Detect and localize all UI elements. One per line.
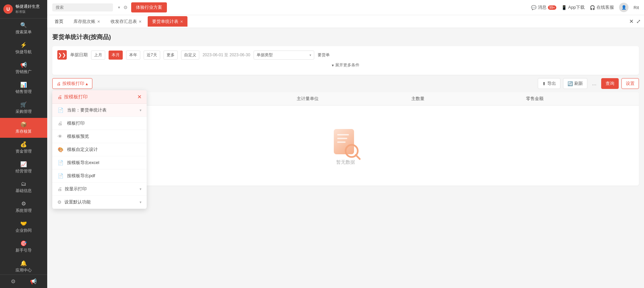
search-icon: 🔍 [20,22,27,28]
dropdown-template-print[interactable]: 🖨 模板打印 [52,117,147,130]
tab-receipt-summary[interactable]: 收发存汇总表 ✕ [106,16,146,27]
more-options-icon[interactable]: ... [590,79,598,88]
tab-order-stats-close-icon[interactable]: ✕ [180,20,183,24]
tab-home[interactable]: 首页 [51,17,67,27]
topbar: ▾ ⚙ 体验行业方案 💬 消息 99+ 📱 App下载 🎧 在线客服 👤 Rit [47,0,644,15]
sidebar-item-search[interactable]: 🔍 搜索菜单 [0,19,47,38]
refresh-button[interactable]: 🔄 刷新 [563,78,587,89]
date-btn-prev-month[interactable]: 上月 [91,51,105,60]
refresh-icon: 🔄 [567,81,573,86]
topbar-gear-icon[interactable]: ⚙ [123,5,128,10]
tabbar-right: ✕ ⤢ [629,18,641,25]
sidebar-item-label: 经营管理 [16,168,32,174]
sidebar-item-appstore[interactable]: 🔔 应用中心 [0,257,47,275]
tab-receipt-summary-close-icon[interactable]: ✕ [139,20,142,24]
template-print-label: 模板打印 [67,120,85,126]
tab-close-all-button[interactable]: ✕ [629,18,634,25]
app-version: 标准版 [16,9,40,14]
dropdown-template-excel[interactable]: 📄 按模板导出excel [52,156,147,169]
filter-expand-button[interactable]: ❯❯ [57,50,67,60]
sidebar-item-basic[interactable]: 🗂 基础信息 [0,178,47,197]
tab-expand-button[interactable]: ⤢ [636,18,641,25]
dropdown-template-design[interactable]: 🎨 模板自定义设计 [52,143,147,156]
dropdown-template-pdf[interactable]: 📄 按模板导出pdf [52,169,147,183]
default-func-left: ⚙ 设置默认功能 [57,199,91,205]
print-dropdown-menu: 🖨 按模板打印 ✕ 📄 当前：要货单统计表 ▾ 🖨 模板打印 [52,90,147,209]
print-icon: 🖨 [57,81,61,86]
tab-order-stats[interactable]: 要货单统计表 ✕ [148,16,187,27]
dropdown-current-item[interactable]: 📄 当前：要货单统计表 ▾ [52,104,147,117]
dropdown-close-icon[interactable]: ✕ [137,94,142,100]
expand-more-button[interactable]: ▾ 展开更多条件 [57,60,634,71]
trial-button[interactable]: 体验行业方案 [131,2,167,12]
dropdown-current-label: 当前：要货单统计表 [67,107,107,113]
handshake-icon: 🤝 [20,220,27,227]
tab-inventory-batch-close-icon[interactable]: ✕ [97,20,100,24]
search-input[interactable] [52,3,113,11]
sidebar-item-operation[interactable]: 📈 经营管理 [0,158,47,178]
type-filter-select[interactable]: 单据类型 ▾ [254,51,314,60]
query-button[interactable]: 查询 [601,78,619,89]
date-btn-current-year[interactable]: 本年 [126,51,140,60]
sidebar-item-label: 库存核算 [16,129,32,134]
dropdown-title: 🖨 按模板打印 [57,94,88,100]
logo-icon: U [3,4,13,14]
filter-row: ❯❯ 单据日期 上月 本月 本年 近7天 更多 自定义 2023-06-01 至… [57,50,634,60]
export-button[interactable]: ⬆ 导出 [538,78,560,89]
template-pdf-icon: 📄 [58,173,64,179]
sidebar-item-quick-nav[interactable]: ⚡ 快捷导航 [0,38,47,58]
display-print-icon: 🖨 [57,186,62,192]
sidebar-item-enterprise[interactable]: 🤝 企业协同 [0,217,47,237]
sidebar-item-system[interactable]: ⚙ 系统管理 [0,197,47,217]
sidebar-item-finance[interactable]: 💰 资金管理 [0,138,47,158]
help-bottom-icon[interactable]: 📢 [30,278,37,285]
svg-rect-3 [337,138,347,139]
phone-icon: 📱 [561,5,567,10]
tab-inventory-batch[interactable]: 库存批次账 ✕ [69,16,105,27]
sidebar-item-label: 搜索菜单 [16,29,32,35]
expand-icon: ▾ [332,63,334,68]
flash-icon: ⚡ [20,42,27,48]
avatar[interactable]: 👤 [619,3,628,12]
app-download-button[interactable]: 📱 App下载 [561,4,585,10]
main-area: ▾ ⚙ 体验行业方案 💬 消息 99+ 📱 App下载 🎧 在线客服 👤 Rit [47,0,644,288]
tab-inventory-batch-label: 库存批次账 [74,19,95,25]
online-service-label: 在线客服 [596,4,614,10]
template-excel-icon: 📄 [58,160,64,165]
sidebar-item-sales[interactable]: 📊 销售管理 [0,78,47,98]
online-service-button[interactable]: 🎧 在线客服 [590,4,614,10]
cart-icon: 🛒 [20,101,27,108]
sidebar-item-label: 营销推广 [16,69,32,75]
sidebar-item-newbie[interactable]: 🎯 新手引导 [0,237,47,257]
page-title: 要货单统计表(按商品) [52,33,639,41]
logo-text: 畅捷通好生意 标准版 [16,4,40,14]
sidebar-item-label: 销售管理 [16,89,32,95]
date-btn-last7[interactable]: 近7天 [144,51,160,60]
sidebar-item-inventory[interactable]: 📦 库存核算 [0,118,47,138]
print-template-button[interactable]: 🖨 按模板打印 ▴ [52,78,92,89]
dropdown-display-print[interactable]: 🖨 按显示打印 ▾ [52,183,147,196]
dropdown-template-preview[interactable]: 👁 模板板预览 [52,130,147,143]
date-btn-custom[interactable]: 自定义 [181,51,199,60]
date-range-display: 2023-06-01 至 2023-06-30 [203,52,250,58]
sidebar-item-purchase[interactable]: 🛒 采购管理 [0,98,47,118]
folder-icon: 🗂 [21,181,26,187]
refresh-label: 刷新 [574,81,583,87]
settings-bottom-icon[interactable]: ⚙ [11,278,16,285]
type-filter-label: 单据类型 [257,52,273,58]
settings-button[interactable]: 设置 [621,78,639,89]
svg-line-6 [356,155,360,159]
default-func-icon: ⚙ [57,199,62,205]
print-chevron-up-icon: ▴ [86,81,88,86]
col-qty: 主数量 [411,96,519,102]
col-unit: 主计量单位 [297,96,405,102]
search-wrap [52,3,113,11]
dropdown-default-func[interactable]: ⚙ 设置默认功能 ▾ [52,196,147,209]
date-btn-current-month[interactable]: 本月 [109,51,123,60]
date-btn-more[interactable]: 更多 [164,51,178,60]
sidebar-item-marketing[interactable]: 📢 营销推广 [0,58,47,78]
message-button[interactable]: 💬 消息 99+ [531,4,556,10]
export-label: 导出 [547,81,556,87]
money-icon: 💰 [20,141,27,148]
topbar-right: 💬 消息 99+ 📱 App下载 🎧 在线客服 👤 Rit [531,3,639,12]
